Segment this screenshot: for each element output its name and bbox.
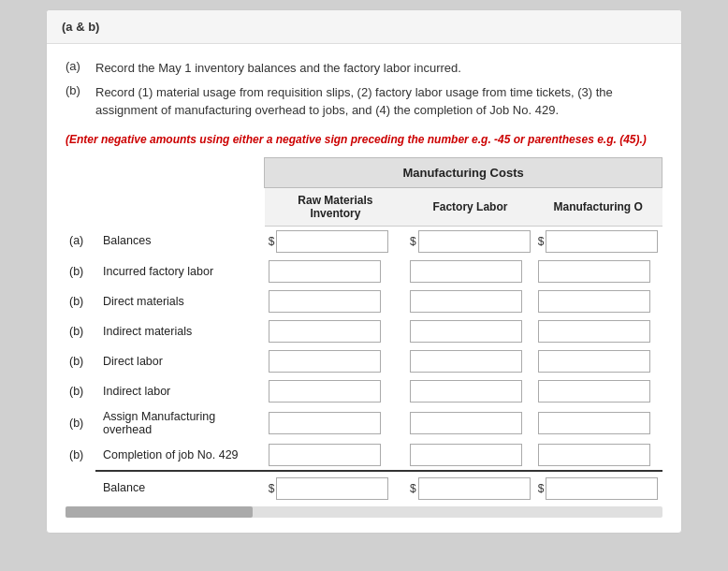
balance-input-factory-labor[interactable] (418, 477, 531, 500)
row-letter-0: (a) (66, 226, 95, 256)
dollar-sign-raw-materials-0: $ (269, 235, 275, 248)
input-mfg-overhead-6[interactable] (538, 412, 650, 434)
input-cell-factory-labor-0: $ (406, 226, 534, 256)
table-row: (b)Assign Manufacturing overhead (66, 406, 662, 440)
input-raw-materials-0[interactable] (276, 230, 388, 253)
main-header-row: Manufacturing Costs (66, 157, 662, 187)
row-letter-2: (b) (66, 286, 95, 316)
row-label-6: Assign Manufacturing overhead (95, 406, 265, 440)
input-cell-mfg-overhead-0: $ (534, 226, 662, 256)
input-cell-factory-labor-2 (406, 286, 534, 316)
input-cell-raw-materials-7 (265, 440, 406, 471)
input-cell-mfg-overhead-7 (534, 440, 662, 471)
table-row: (b)Direct materials (66, 286, 662, 316)
input-cell-factory-labor-7 (406, 440, 534, 471)
input-cell-factory-labor-6 (406, 406, 534, 440)
instruction-b-text: Record (1) material usage from requisiti… (95, 83, 662, 120)
balance-input-cell-raw-materials: $ (265, 471, 406, 503)
input-factory-labor-3[interactable] (410, 320, 522, 343)
row-label-3: Indirect materials (95, 316, 265, 346)
input-raw-materials-7[interactable] (269, 444, 381, 466)
table-row: (b)Indirect materials (66, 316, 662, 346)
input-cell-factory-labor-1 (406, 256, 534, 286)
row-label-1: Incurred factory labor (95, 256, 265, 286)
content-area: (a) Record the May 1 inventory balances … (47, 44, 681, 533)
input-raw-materials-2[interactable] (269, 290, 381, 313)
scrollbar[interactable] (66, 506, 662, 518)
row-letter-5: (b) (66, 376, 95, 406)
input-mfg-overhead-0[interactable] (546, 230, 658, 253)
input-factory-labor-2[interactable] (410, 290, 522, 313)
instruction-a: (a) Record the May 1 inventory balances … (66, 59, 662, 78)
table-wrapper: Manufacturing Costs Raw Materials Invent… (66, 157, 662, 503)
instruction-b: (b) Record (1) material usage from requi… (66, 83, 662, 120)
balance-input-cell-factory-labor: $ (406, 471, 534, 503)
input-mfg-overhead-5[interactable] (538, 380, 650, 403)
input-cell-raw-materials-2 (265, 286, 406, 316)
input-factory-labor-6[interactable] (410, 412, 522, 434)
input-factory-labor-1[interactable] (410, 260, 522, 283)
table-row: (b)Incurred factory labor (66, 256, 662, 286)
table-row: (a)Balances$$$ (66, 226, 662, 256)
instruction-a-text: Record the May 1 inventory balances and … (95, 59, 461, 78)
col-header-mfg-overhead: Manufacturing O (534, 187, 662, 226)
row-letter-6: (b) (66, 406, 95, 440)
balance-letter (66, 471, 95, 503)
table-row: (b)Completion of job No. 429 (66, 440, 662, 471)
input-mfg-overhead-3[interactable] (538, 320, 650, 343)
row-label-7: Completion of job No. 429 (95, 440, 265, 471)
dollar-sign-factory-labor-0: $ (410, 235, 416, 248)
balance-input-raw-materials[interactable] (276, 477, 388, 500)
input-factory-labor-4[interactable] (410, 350, 522, 373)
dollar-sign-mfg-overhead-0: $ (538, 235, 545, 248)
section-title: (a & b) (62, 20, 99, 34)
input-cell-raw-materials-5 (265, 376, 406, 406)
input-cell-mfg-overhead-6 (534, 406, 662, 440)
row-letter-7: (b) (66, 440, 95, 471)
input-cell-raw-materials-1 (265, 256, 406, 286)
input-cell-raw-materials-3 (265, 316, 406, 346)
input-mfg-overhead-7[interactable] (538, 444, 650, 466)
input-cell-factory-labor-5 (406, 376, 534, 406)
balance-input-mfg-overhead[interactable] (546, 477, 658, 500)
row-label-0: Balances (95, 226, 265, 256)
input-raw-materials-3[interactable] (269, 320, 381, 343)
row-letter-1: (b) (66, 256, 95, 286)
input-cell-raw-materials-4 (265, 346, 406, 376)
balance-dollar-raw-materials: $ (269, 482, 275, 495)
balance-dollar-factory-labor: $ (410, 482, 416, 495)
input-cell-raw-materials-0: $ (265, 226, 406, 256)
col-header-raw-materials: Raw Materials Inventory (265, 187, 406, 226)
input-mfg-overhead-2[interactable] (538, 290, 650, 313)
input-cell-factory-labor-4 (406, 346, 534, 376)
input-cell-factory-labor-3 (406, 316, 534, 346)
input-mfg-overhead-1[interactable] (538, 260, 650, 283)
input-raw-materials-5[interactable] (269, 380, 381, 403)
input-cell-mfg-overhead-3 (534, 316, 662, 346)
section-header: (a & b) (47, 10, 681, 44)
input-raw-materials-1[interactable] (269, 260, 381, 283)
negative-note: (Enter negative amounts using either a n… (66, 133, 662, 146)
row-letter-3: (b) (66, 316, 95, 346)
table-row: (b)Indirect labor (66, 376, 662, 406)
input-cell-mfg-overhead-2 (534, 286, 662, 316)
balance-row: Balance$$$ (66, 471, 662, 503)
sub-header-row: Raw Materials Inventory Factory Labor Ma… (66, 187, 662, 226)
row-label-5: Indirect labor (95, 376, 265, 406)
data-table: Manufacturing Costs Raw Materials Invent… (66, 157, 662, 503)
input-factory-labor-0[interactable] (418, 230, 531, 253)
input-cell-mfg-overhead-1 (534, 256, 662, 286)
input-factory-labor-7[interactable] (410, 444, 522, 466)
page-container: (a & b) (a) Record the May 1 inventory b… (46, 9, 682, 534)
instruction-a-label: (a) (66, 59, 95, 78)
input-raw-materials-4[interactable] (269, 350, 381, 373)
scrollbar-thumb[interactable] (66, 506, 253, 518)
input-mfg-overhead-4[interactable] (538, 350, 650, 373)
balance-dollar-mfg-overhead: $ (538, 482, 545, 495)
input-factory-labor-5[interactable] (410, 380, 522, 403)
instruction-b-label: (b) (66, 83, 95, 120)
input-cell-raw-materials-6 (265, 406, 406, 440)
main-header-cell: Manufacturing Costs (265, 157, 662, 187)
col-header-factory-labor: Factory Labor (406, 187, 534, 226)
input-raw-materials-6[interactable] (269, 412, 381, 434)
